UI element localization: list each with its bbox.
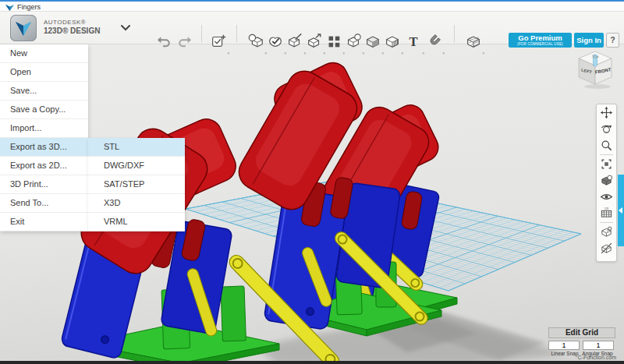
menu-item-exit[interactable]: Exit	[0, 213, 88, 231]
submenu-item-stl[interactable]: STL	[88, 138, 185, 157]
snap-icon[interactable]	[424, 32, 443, 51]
view-tools-panel: 123	[596, 104, 617, 262]
shading-icon[interactable]	[598, 172, 615, 189]
orbit-icon[interactable]	[598, 121, 615, 137]
svg-text:T: T	[409, 34, 417, 49]
panel-separator	[600, 222, 613, 223]
redo-button[interactable]	[176, 32, 194, 51]
app-logo-icon	[10, 15, 37, 41]
file-menu: New Open Save... Save a Copy... Import..…	[0, 44, 88, 231]
brand-line1: AUTODESK®	[44, 18, 100, 27]
toolbar-separator	[236, 25, 237, 42]
app-logo-icon	[5, 4, 14, 12]
window-titlebar: Fingers	[0, 0, 624, 12]
export-3d-submenu: STL DWG/DXF SAT/STEP X3D VRML	[88, 138, 185, 231]
app-logo[interactable]	[10, 15, 37, 41]
edit-grid-button[interactable]: Edit Grid	[548, 327, 615, 338]
pan-icon[interactable]	[598, 104, 615, 121]
sketch-icon[interactable]	[266, 32, 285, 51]
menu-item-export-as-2d[interactable]: Export as 2D...	[0, 157, 88, 175]
zoom-fit-icon[interactable]	[598, 156, 615, 172]
angular-snap-input[interactable]	[583, 341, 614, 350]
menu-item-save-a-copy[interactable]: Save a Copy...	[0, 101, 88, 119]
linear-snap-input[interactable]	[548, 341, 580, 350]
svg-text:123: 123	[604, 207, 608, 210]
material-icon[interactable]	[464, 32, 483, 51]
grid-visibility-icon[interactable]: 123	[598, 205, 615, 221]
construct-icon[interactable]	[285, 32, 304, 51]
hide-solid-icon[interactable]	[598, 240, 615, 256]
submenu-item-sat-step[interactable]: SAT/STEP	[88, 175, 185, 194]
combine-icon[interactable]	[363, 32, 382, 51]
help-button[interactable]: ?	[606, 33, 619, 48]
zoom-icon[interactable]	[598, 137, 615, 154]
menu-item-import[interactable]: Import...	[0, 119, 88, 138]
brand-text: AUTODESK® 123D® DESIGN	[44, 18, 100, 35]
grouping-icon[interactable]	[344, 32, 363, 51]
visibility-icon[interactable]	[598, 189, 615, 205]
go-premium-label: Go Premium	[509, 34, 572, 42]
undo-button[interactable]	[154, 32, 173, 51]
submenu-item-vrml[interactable]: VRML	[88, 213, 185, 231]
menu-item-export-as-3d[interactable]: Export as 3D...	[0, 138, 88, 157]
apply-material-icon[interactable]	[598, 224, 615, 240]
panel-separator	[600, 154, 613, 155]
modify-icon[interactable]	[305, 32, 324, 51]
primitives-icon[interactable]	[246, 32, 265, 51]
brand-line2: 123D® DESIGN	[44, 27, 100, 35]
sign-in-button[interactable]: Sign In	[574, 33, 604, 48]
submenu-item-x3d[interactable]: X3D	[88, 194, 185, 213]
toolbar-separator	[454, 25, 455, 42]
toolbar-separator	[201, 25, 202, 42]
main-toolbar: AUTODESK® 123D® DESIGN T	[0, 12, 624, 44]
measure-icon[interactable]	[383, 32, 402, 51]
insert-icon[interactable]	[209, 32, 228, 51]
view-cube[interactable]: TOP LEFT FRONT	[573, 47, 617, 90]
pattern-icon[interactable]	[324, 32, 343, 51]
text-icon[interactable]: T	[404, 32, 423, 51]
menu-item-3d-print[interactable]: 3D Print...	[0, 175, 88, 194]
go-premium-sublabel: (FOR COMMERCIAL USE)	[509, 42, 572, 46]
screen-bottom-edge	[0, 361, 624, 364]
expand-panel-arrow-icon	[619, 207, 622, 214]
go-premium-button[interactable]: Go Premium (FOR COMMERCIAL USE)	[509, 33, 572, 48]
submenu-item-dwg-dxf[interactable]: DWG/DXF	[88, 157, 185, 175]
menu-item-send-to[interactable]: Send To...	[0, 194, 88, 213]
menu-item-open[interactable]: Open	[0, 63, 88, 82]
menu-item-new[interactable]: New	[0, 44, 88, 63]
grid-settings-panel: Edit Grid Linear Snap Angular Snap	[548, 327, 617, 356]
main-menu-chevron-icon[interactable]	[121, 25, 130, 31]
window-title: Fingers	[17, 3, 41, 11]
watermark-text: C-Function.com	[538, 355, 616, 360]
menu-item-save[interactable]: Save...	[0, 82, 88, 101]
collapsed-panel-tab[interactable]	[618, 175, 624, 246]
